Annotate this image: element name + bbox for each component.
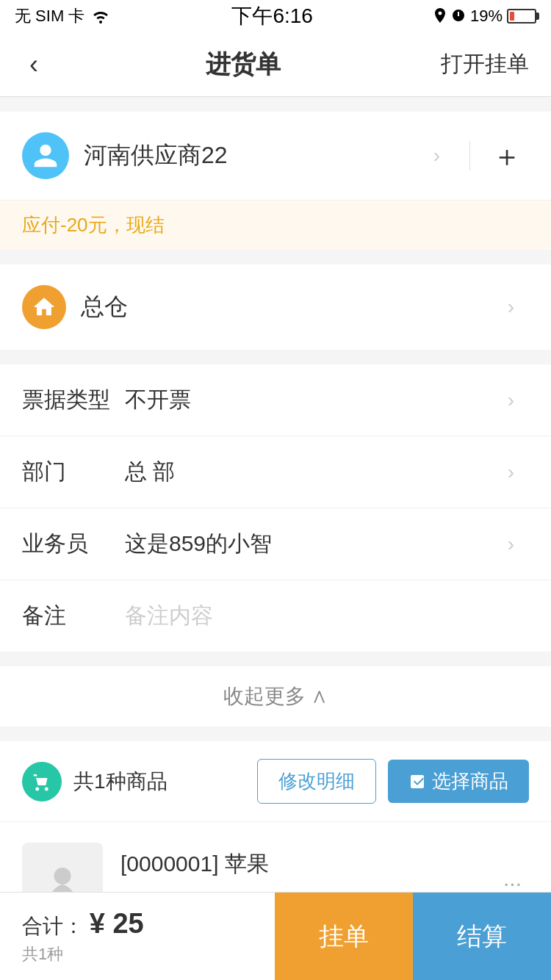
bill-type-row[interactable]: 票据类型 不开票 › — [0, 364, 551, 436]
bill-type-value: 不开票 — [110, 385, 508, 415]
battery-text: 19% — [470, 7, 503, 26]
edit-detail-button[interactable]: 修改明细 — [257, 759, 376, 804]
bill-type-chevron-icon: › — [508, 389, 514, 412]
supplier-name: 河南供应商22 — [84, 140, 433, 172]
form-card: 票据类型 不开票 › 部门 总 部 › 业务员 这是859的小智 › 备注 备注… — [0, 364, 551, 652]
sub-count: 共1种 — [22, 943, 253, 965]
supplier-row[interactable]: 河南供应商22 › ＋ — [0, 112, 551, 201]
select-product-label: 选择商品 — [432, 768, 508, 794]
supplier-notice: 应付-20元，现结 — [0, 201, 551, 250]
back-button[interactable]: ‹ — [22, 42, 46, 87]
home-icon — [32, 295, 57, 320]
remark-row[interactable]: 备注 备注内容 — [0, 580, 551, 652]
status-bar-time: 下午6:16 — [231, 2, 313, 30]
salesperson-label: 业务员 — [22, 529, 110, 559]
select-product-icon — [408, 773, 426, 790]
chevron-right-icon: › — [433, 144, 440, 167]
cart-icon-container — [22, 762, 62, 801]
warehouse-icon — [22, 285, 66, 329]
warehouse-chevron-icon: › — [508, 295, 514, 319]
add-button[interactable]: ＋ — [485, 136, 529, 176]
battery-icon — [507, 9, 536, 24]
salesperson-chevron-icon: › — [508, 533, 514, 556]
main-content: 河南供应商22 › ＋ 应付-20元，现结 总仓 › 票据类型 不开票 › 部门… — [0, 112, 551, 980]
remark-value: 备注内容 — [110, 601, 529, 631]
bottom-bar: 合计： ¥ 25 共1种 挂单 结算 — [0, 892, 551, 980]
checkout-button[interactable]: 结算 — [413, 893, 551, 981]
hang-order-button[interactable]: 挂单 — [275, 893, 413, 981]
department-chevron-icon: › — [508, 461, 514, 484]
wifi-icon — [90, 9, 111, 24]
products-count: 共1种商品 — [73, 768, 257, 796]
supplier-card: 河南供应商22 › ＋ 应付-20元，现结 — [0, 112, 551, 250]
nav-bar: ‹ 进货单 打开挂单 — [0, 32, 551, 97]
total-label: 合计： — [22, 915, 84, 937]
select-product-button[interactable]: 选择商品 — [388, 760, 529, 803]
open-pending-button[interactable]: 打开挂单 — [441, 49, 529, 79]
page-title: 进货单 — [206, 48, 281, 82]
total-line: 合计： ¥ 25 — [22, 908, 253, 940]
total-area: 合计： ¥ 25 共1种 — [0, 908, 275, 965]
status-bar-left: 无 SIM 卡 — [15, 5, 111, 27]
location-icon — [433, 8, 447, 24]
alarm-icon — [451, 8, 466, 24]
salesperson-row[interactable]: 业务员 这是859的小智 › — [0, 508, 551, 580]
status-bar: 无 SIM 卡 下午6:16 19% — [0, 0, 551, 32]
status-bar-right: 19% — [433, 7, 536, 26]
department-row[interactable]: 部门 总 部 › — [0, 436, 551, 508]
total-amount: ¥ 25 — [90, 908, 144, 939]
svg-point-0 — [54, 868, 71, 884]
warehouse-row[interactable]: 总仓 › — [0, 264, 551, 350]
department-label: 部门 — [22, 457, 110, 487]
person-icon — [32, 142, 60, 170]
collapse-bar[interactable]: 收起更多 ∧ — [0, 666, 551, 727]
product-code: [0000001] — [120, 851, 218, 876]
divider — [469, 141, 470, 170]
department-value: 总 部 — [110, 457, 508, 487]
product-name: [0000001] 苹果 — [120, 849, 496, 879]
salesperson-value: 这是859的小智 — [110, 529, 508, 559]
bill-type-label: 票据类型 — [22, 385, 110, 415]
warehouse-name: 总仓 — [81, 291, 508, 323]
supplier-avatar — [22, 132, 69, 179]
products-header: 共1种商品 修改明细 选择商品 — [0, 741, 551, 822]
carrier-text: 无 SIM 卡 — [15, 5, 84, 27]
remark-label: 备注 — [22, 601, 110, 631]
cart-icon — [31, 771, 53, 793]
product-title: 苹果 — [225, 851, 269, 876]
